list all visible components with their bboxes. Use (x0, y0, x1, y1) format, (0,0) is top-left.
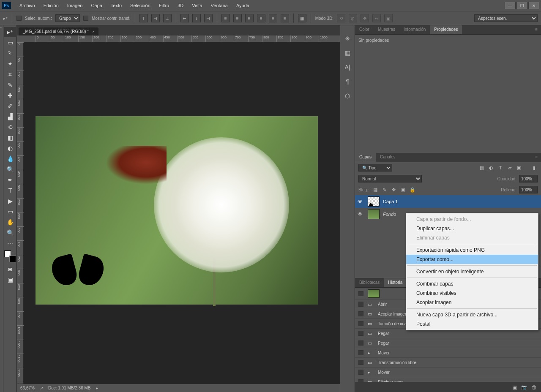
align-right-icon[interactable]: ⊣ (204, 14, 213, 22)
3d-pan-icon[interactable]: ✥ (361, 14, 369, 22)
color-swatches[interactable] (4, 250, 16, 262)
tab-swatches[interactable]: Muestras (374, 25, 399, 34)
menu-imagen[interactable]: Imagen (63, 1, 87, 10)
status-arrow-icon[interactable]: ▸ (96, 386, 98, 390)
context-menu-item[interactable]: Combinar visibles (406, 289, 538, 298)
magic-wand-tool[interactable]: ✦ (4, 59, 16, 69)
crop-tool[interactable]: ⌗ (4, 69, 16, 79)
clone-stamp-tool[interactable]: ▟ (4, 112, 16, 122)
canvas[interactable] (24, 42, 340, 384)
snapshot-marker[interactable] (358, 291, 363, 296)
menu-archivo[interactable]: Archivo (15, 1, 39, 10)
new-document-from-state-icon[interactable]: ▣ (512, 384, 517, 390)
fill-input[interactable] (519, 186, 538, 193)
zoom-level[interactable]: 66,67% (20, 386, 35, 390)
context-menu-item[interactable]: Combinar capas (406, 279, 538, 289)
dodge-tool[interactable]: 🔍 (4, 164, 16, 174)
3d-orbit-icon[interactable]: ⟲ (337, 14, 345, 22)
context-menu-item[interactable]: Postal (406, 319, 538, 329)
quick-mask-toggle[interactable]: ◙ (4, 264, 16, 274)
tab-color[interactable]: Color (355, 25, 374, 34)
layer-name[interactable]: Fondo (383, 212, 396, 217)
type-tool[interactable]: T (4, 185, 16, 196)
history-marker[interactable] (358, 302, 363, 307)
eraser-tool[interactable]: ◧ (4, 133, 16, 143)
blend-mode-select[interactable]: Normal (358, 175, 422, 182)
tab-channels[interactable]: Canales (376, 153, 400, 162)
auto-align-icon[interactable]: ▦ (298, 14, 306, 22)
history-row[interactable]: ▸ Mover (355, 368, 541, 377)
context-menu-item[interactable]: Exportación rápida como PNG (406, 245, 538, 255)
distribute-top-icon[interactable]: ≡ (221, 14, 230, 22)
screen-mode-toggle[interactable]: ▣ (4, 275, 16, 285)
filter-type-icon[interactable]: T (497, 164, 504, 171)
filter-pixel-icon[interactable]: ▧ (478, 164, 485, 171)
layers-panel-menu-icon[interactable]: ≡ (532, 153, 541, 162)
menu-filtro[interactable]: Filtro (155, 1, 173, 10)
history-marker[interactable] (358, 311, 363, 316)
visibility-toggle[interactable]: 👁 (358, 199, 364, 204)
menu-vista[interactable]: Vista (188, 1, 206, 10)
align-hcenter-icon[interactable]: ⁞ (192, 14, 201, 22)
history-row[interactable]: ▭ Pegar (355, 338, 541, 348)
toolbar-collapse-strip[interactable] (0, 25, 3, 392)
hand-tool[interactable]: ✋ (4, 217, 16, 227)
context-menu-item[interactable]: Exportar como... (406, 255, 538, 264)
layer-thumbnail[interactable] (368, 196, 380, 207)
align-top-icon[interactable]: ⊤ (139, 14, 148, 22)
paragraph-icon[interactable]: ¶ (342, 77, 352, 86)
menu-ayuda[interactable]: Ayuda (232, 1, 254, 10)
tab-layers[interactable]: Capas (355, 153, 376, 162)
move-tool[interactable]: ▸⁺ (4, 27, 16, 37)
history-marker[interactable] (358, 360, 363, 365)
delete-state-icon[interactable]: 🗑 (532, 384, 537, 390)
history-marker[interactable] (358, 331, 363, 336)
history-marker[interactable] (358, 370, 363, 375)
distribute-hcenter-icon[interactable]: ≡ (269, 14, 277, 22)
history-row[interactable]: ▸ Mover (355, 348, 541, 358)
distribute-left-icon[interactable]: ≡ (257, 14, 265, 22)
path-selection-tool[interactable]: ▶ (4, 196, 16, 206)
rectangle-tool[interactable]: ▭ (4, 207, 16, 217)
show-transform-checkbox[interactable] (83, 16, 88, 21)
close-tab-icon[interactable]: × (92, 30, 94, 34)
align-vcenter-icon[interactable]: ⊣ (151, 14, 160, 22)
align-left-icon[interactable]: ⊢ (180, 14, 189, 22)
distribute-right-icon[interactable]: ≡ (281, 14, 289, 22)
history-marker[interactable] (358, 350, 363, 355)
layer-name[interactable]: Capa 1 (383, 199, 398, 204)
menu-ventana[interactable]: Ventana (207, 1, 232, 10)
menu-texto[interactable]: Texto (107, 1, 126, 10)
navigator-icon[interactable]: ▦ (342, 48, 352, 57)
layer-capa-1[interactable]: 👁 Capa 1 (355, 195, 541, 208)
distribute-bottom-icon[interactable]: ≡ (245, 14, 254, 22)
eyedropper-tool[interactable]: ✎ (4, 80, 16, 90)
pen-tool[interactable]: ✒ (4, 175, 16, 185)
auto-select-checkbox[interactable] (16, 16, 22, 21)
menu-3d[interactable]: 3D (173, 1, 188, 10)
align-bottom-icon[interactable]: ⊥ (163, 14, 172, 22)
lock-all-icon[interactable]: 🔒 (409, 186, 416, 193)
character-icon[interactable]: A| (342, 63, 352, 72)
history-row[interactable]: ▭ Eliminar capa (355, 377, 541, 382)
layer-thumbnail[interactable] (368, 209, 380, 219)
lock-transparency-icon[interactable]: ▦ (372, 186, 379, 193)
menu-capa[interactable]: Capa (87, 1, 106, 10)
history-row[interactable]: ▭ Transformación libre (355, 358, 541, 368)
context-menu-item[interactable]: Convertir en objeto inteligente (406, 267, 538, 276)
auto-select-target[interactable]: Grupo (55, 14, 80, 22)
zoom-tool[interactable]: 🔍 (4, 228, 16, 238)
lock-pixels-icon[interactable]: ✎ (381, 186, 388, 193)
lock-artboard-icon[interactable]: ▣ (400, 186, 407, 193)
3d-panel-icon[interactable]: ⬡ (342, 91, 352, 101)
history-marker[interactable] (358, 321, 363, 326)
maximize-button[interactable]: ❐ (516, 2, 527, 9)
healing-brush-tool[interactable]: ✚ (4, 90, 16, 101)
tab-libraries[interactable]: Bibliotecas (355, 278, 384, 287)
tab-info[interactable]: Información (399, 25, 430, 34)
3d-scale-icon[interactable]: ▣ (384, 14, 393, 22)
history-brush-tool[interactable]: ⟲ (4, 122, 16, 132)
gradient-tool[interactable]: ◐ (4, 143, 16, 153)
lasso-tool[interactable]: ⺀ (4, 48, 16, 58)
new-snapshot-icon[interactable]: 📷 (521, 384, 527, 390)
